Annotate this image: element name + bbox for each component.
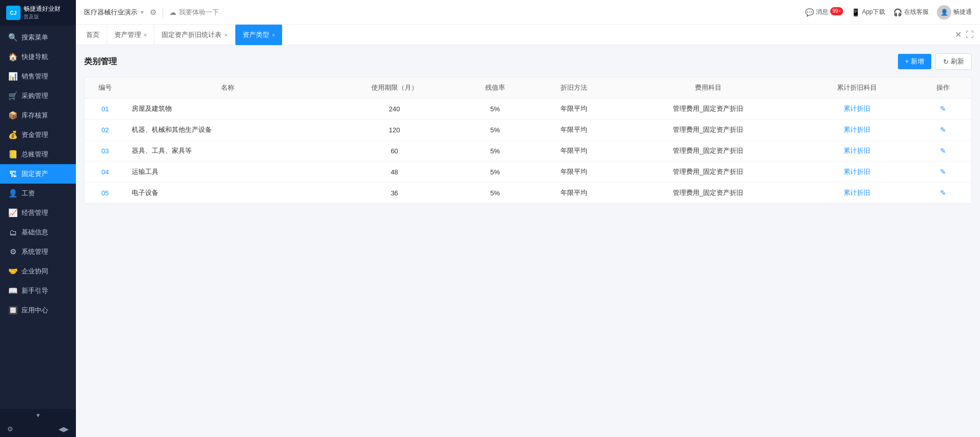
- module-name: 医疗器械行业演示: [84, 8, 137, 17]
- cell-residual: 5%: [459, 98, 531, 120]
- user-action[interactable]: 👤 畅捷通: [937, 5, 972, 19]
- sidebar-item-basic-info[interactable]: 🗂基础信息: [0, 223, 76, 242]
- sidebar-item-ledger[interactable]: 📒总账管理: [0, 145, 76, 164]
- tab-asset-mgmt[interactable]: 资产管理 ×: [107, 25, 154, 45]
- page-header: 类别管理 + 新增 ↻ 刷新: [84, 53, 972, 70]
- cell-action[interactable]: ✎: [915, 183, 971, 204]
- cell-accum: 累计折旧: [799, 141, 915, 162]
- cell-action[interactable]: ✎: [915, 162, 971, 183]
- guide-icon: 📖: [8, 286, 17, 295]
- cell-name: 器具、工具、家具等: [126, 141, 329, 162]
- tab-asset-mgmt-close[interactable]: ×: [144, 32, 147, 38]
- cell-residual: 5%: [459, 141, 531, 162]
- cell-accum: 累计折旧: [799, 98, 915, 120]
- col-id: 编号: [85, 77, 126, 98]
- table-row: 04 运输工具 48 5% 年限平均 管理费用_固定资产折旧 累计折旧 ✎: [85, 162, 971, 183]
- module-settings-icon[interactable]: ⚙: [150, 8, 156, 17]
- tab-fixed-depreciation[interactable]: 固定资产折旧统计表 ×: [154, 25, 235, 45]
- app-download-action[interactable]: 📱 App下载: [851, 8, 885, 16]
- sidebar-item-system[interactable]: ⚙系统管理: [0, 242, 76, 262]
- sidebar-item-purchase[interactable]: 🛒采购管理: [0, 86, 76, 106]
- tabs-bar: 首页 资产管理 × 固定资产折旧统计表 × 资产类型 × ✕ ⛶: [76, 25, 980, 45]
- collapse-icon[interactable]: ◀▶: [58, 425, 69, 433]
- sidebar-item-label: 企业协同: [22, 267, 48, 276]
- cell-id: 04: [85, 162, 126, 183]
- edit-icon[interactable]: ✎: [940, 147, 946, 155]
- col-residual: 残值率: [459, 77, 531, 98]
- table-header-row: 编号 名称 使用期限（月） 残值率 折旧方法 费用科目 累计折旧科目 操作: [85, 77, 971, 98]
- cell-id: 03: [85, 141, 126, 162]
- table-row: 01 房屋及建筑物 240 5% 年限平均 管理费用_固定资产折旧 累计折旧 ✎: [85, 98, 971, 120]
- edit-icon[interactable]: ✎: [940, 189, 946, 197]
- close-all-icon[interactable]: ✕: [955, 30, 962, 39]
- sidebar-item-sales[interactable]: 📊销售管理: [0, 67, 76, 86]
- tab-home-label: 首页: [86, 30, 99, 39]
- online-service-action[interactable]: 🎧 在线客服: [893, 8, 929, 16]
- cell-method: 年限平均: [531, 183, 617, 204]
- cloud-icon: ☁: [169, 8, 176, 16]
- cell-residual: 5%: [459, 120, 531, 141]
- table-row: 02 机器、机械和其他生产设备 120 5% 年限平均 管理费用_固定资产折旧 …: [85, 120, 971, 141]
- system-icon: ⚙: [8, 247, 17, 256]
- logo-title: 畅捷通好业财: [24, 5, 61, 13]
- sidebar-item-app-center[interactable]: 🔲应用中心: [0, 301, 76, 320]
- sidebar-item-capital[interactable]: 💰资金管理: [0, 125, 76, 145]
- cell-action[interactable]: ✎: [915, 98, 971, 120]
- tab-asset-type[interactable]: 资产类型 ×: [235, 25, 283, 45]
- experience-button[interactable]: ☁ 我要体验一下: [169, 8, 219, 17]
- sidebar-item-label: 资金管理: [22, 130, 48, 140]
- edit-icon[interactable]: ✎: [940, 168, 946, 176]
- refresh-label: 刷新: [951, 57, 964, 66]
- edit-icon[interactable]: ✎: [940, 105, 946, 113]
- tab-asset-type-close[interactable]: ×: [272, 32, 275, 38]
- cell-id: 01: [85, 98, 126, 120]
- cell-period: 48: [329, 162, 459, 183]
- cooperation-icon: 🤝: [8, 267, 17, 276]
- online-service-label: 在线客服: [904, 8, 929, 16]
- tab-home[interactable]: 首页: [82, 25, 107, 45]
- sidebar-item-cooperation[interactable]: 🤝企业协同: [0, 262, 76, 281]
- module-selector[interactable]: 医疗器械行业演示 ▾: [84, 8, 144, 17]
- sidebar-item-search[interactable]: 🔍搜索菜单: [0, 28, 76, 47]
- refresh-button[interactable]: ↻ 刷新: [935, 53, 972, 70]
- sidebar-item-operations[interactable]: 📈经营管理: [0, 203, 76, 223]
- refresh-icon: ↻: [943, 58, 949, 66]
- sidebar-item-quick-nav[interactable]: 🏠快捷导航: [0, 47, 76, 67]
- content-area: 类别管理 + 新增 ↻ 刷新 编号 名称 使用期限（月） 残值率 折旧方法: [76, 45, 980, 437]
- cell-period: 36: [329, 183, 459, 204]
- quick-nav-icon: 🏠: [8, 52, 17, 62]
- cell-period: 120: [329, 120, 459, 141]
- settings-icon[interactable]: ⚙: [7, 425, 13, 433]
- sidebar-item-label: 总账管理: [22, 150, 48, 159]
- data-table: 编号 名称 使用期限（月） 残值率 折旧方法 费用科目 累计折旧科目 操作 01…: [84, 77, 972, 204]
- sidebar-item-guide[interactable]: 📖新手引导: [0, 281, 76, 301]
- cell-expense: 管理费用_固定资产折旧: [617, 162, 799, 183]
- cell-name: 运输工具: [126, 162, 329, 183]
- cell-action[interactable]: ✎: [915, 141, 971, 162]
- cell-residual: 5%: [459, 162, 531, 183]
- sidebar-item-fixed-assets[interactable]: 🏗固定资产: [0, 164, 76, 184]
- tab-fixed-depreciation-close[interactable]: ×: [224, 32, 227, 38]
- avatar: 👤: [937, 5, 951, 19]
- ledger-icon: 📒: [8, 150, 17, 159]
- messages-action[interactable]: 💬 消息 99+: [805, 8, 843, 16]
- sidebar-item-label: 应用中心: [22, 306, 48, 315]
- headset-icon: 🎧: [893, 8, 902, 16]
- sidebar-item-label: 快捷导航: [22, 52, 48, 62]
- table-row: 03 器具、工具、家具等 60 5% 年限平均 管理费用_固定资产折旧 累计折旧…: [85, 141, 971, 162]
- page-title: 类别管理: [84, 56, 117, 67]
- cell-residual: 5%: [459, 183, 531, 204]
- new-button[interactable]: + 新增: [898, 54, 931, 69]
- experience-text: 我要体验一下: [179, 8, 219, 17]
- tab-asset-type-label: 资产类型: [243, 30, 269, 39]
- sidebar-item-label: 搜索菜单: [22, 33, 48, 42]
- maximize-icon[interactable]: ⛶: [966, 30, 974, 39]
- edit-icon[interactable]: ✎: [940, 126, 946, 134]
- sidebar-item-inventory[interactable]: 📦库存核算: [0, 106, 76, 125]
- topbar-divider: [163, 7, 163, 17]
- sidebar-item-payroll[interactable]: 👤工资: [0, 184, 76, 203]
- cell-action[interactable]: ✎: [915, 120, 971, 141]
- cell-method: 年限平均: [531, 120, 617, 141]
- purchase-icon: 🛒: [8, 91, 17, 101]
- sidebar-scroll-down[interactable]: ▾: [0, 409, 76, 421]
